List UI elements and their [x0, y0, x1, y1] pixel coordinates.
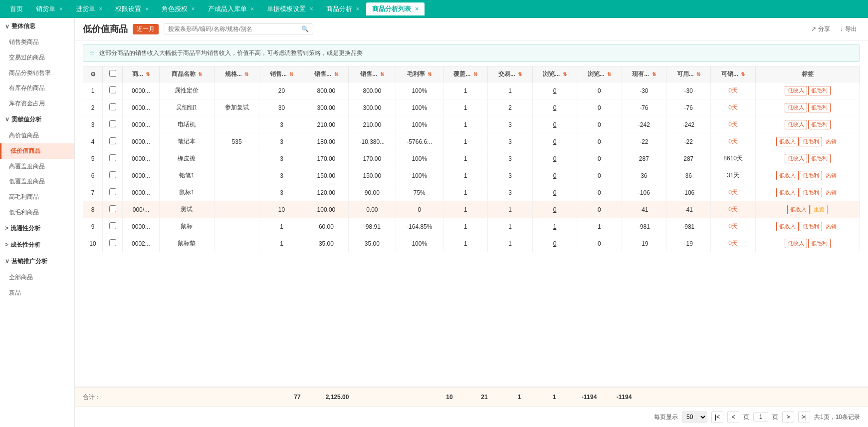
row-checkbox[interactable] [103, 184, 123, 201]
days-cell: 0天 [711, 201, 755, 218]
col-coverage[interactable]: 覆盖... ⇅ [443, 66, 487, 82]
col-sales3[interactable]: 销售... ⇅ [349, 66, 396, 82]
search-icon[interactable]: 🔍 [301, 25, 309, 32]
page-label: 页 [743, 413, 749, 422]
export-button[interactable]: ↓ 导出 [837, 23, 860, 35]
col-sellable[interactable]: 可销... ⇅ [711, 66, 755, 82]
tag-label: 低收入 [785, 86, 807, 95]
row-current: 36 [622, 167, 666, 184]
nav-sales[interactable]: 销货单 × [30, 2, 69, 15]
row-code: 0000... [123, 167, 160, 184]
date-badge[interactable]: 近一月 [133, 24, 159, 34]
nav-product-storage[interactable]: 产成品入库单 × [202, 2, 260, 15]
row-name: 电话机 [159, 116, 214, 133]
row-tags: 低收入低毛利 [755, 150, 860, 167]
nav-permission[interactable]: 权限设置 × [109, 2, 155, 15]
nav-analysis-list[interactable]: 商品分析列表 × [366, 2, 425, 15]
row-num: 1 [83, 82, 103, 99]
row-s3: 0.00 [349, 201, 396, 218]
row-checkbox[interactable] [103, 235, 123, 252]
last-page-btn[interactable]: >| [798, 411, 810, 423]
browse1-link[interactable]: 0 [553, 189, 557, 196]
browse1-link[interactable]: 0 [553, 121, 557, 128]
browse1-link[interactable]: 0 [553, 138, 557, 145]
col-checkbox[interactable] [103, 66, 123, 82]
row-checkbox[interactable] [103, 201, 123, 218]
row-checkbox[interactable] [103, 218, 123, 235]
nav-analysis[interactable]: 商品分析 × [320, 2, 366, 15]
share-button[interactable]: ↗ 分享 [808, 23, 833, 35]
days-cell: 0天 [711, 218, 755, 235]
row-s1: 1 [259, 235, 304, 252]
tag-label: 低收入 [785, 120, 807, 129]
sidebar-item-stock-products[interactable]: 有库存的商品 [0, 80, 74, 96]
row-name: 鼠标1 [159, 184, 214, 201]
next-page-btn[interactable]: > [782, 411, 794, 423]
sidebar-item-traded-products[interactable]: 交易过的商品 [0, 50, 74, 65]
sidebar-item-new-products[interactable]: 新品 [0, 285, 74, 301]
sidebar-group-flow[interactable]: > 流通性分析 [0, 220, 74, 237]
row-current: -22 [622, 133, 666, 150]
page-number-input[interactable] [753, 412, 768, 422]
sidebar-group-marketing[interactable]: ∨ 营销推广分析 [0, 253, 74, 270]
sidebar-item-sales-products[interactable]: 销售类商品 [0, 34, 74, 50]
first-page-btn[interactable]: |< [711, 411, 723, 423]
browse1-link[interactable]: 0 [553, 87, 557, 94]
row-checkbox[interactable] [103, 133, 123, 150]
nav-template[interactable]: 单据模板设置 × [261, 2, 319, 15]
sidebar-group-overall[interactable]: ∨ 整体信息 [0, 18, 74, 34]
row-trade: 2 [488, 99, 532, 116]
row-code: 000/... [123, 201, 160, 218]
table-row: 5 0000... 橡皮擦 3 170.00 170.00 100% 1 3 0… [83, 150, 860, 167]
col-browse1[interactable]: 浏览... ⇅ [532, 66, 577, 82]
sidebar-item-category-sales[interactable]: 商品分类销售率 [0, 65, 74, 81]
nav-purchase[interactable]: 进货单 × [70, 2, 109, 15]
browse1-link[interactable]: 1 [553, 223, 557, 230]
col-settings[interactable]: ⚙ [83, 66, 103, 82]
col-trade[interactable]: 交易... ⇅ [488, 66, 532, 82]
sidebar-group-growth[interactable]: > 成长性分析 [0, 237, 74, 253]
sidebar-item-all-products[interactable]: 全部商品 [0, 270, 74, 285]
sidebar-item-low-margin[interactable]: 低毛利商品 [0, 205, 74, 220]
table-row: 3 0000... 电话机 3 210.00 210.00 100% 1 3 0… [83, 116, 860, 133]
browse1-cell: 0 [532, 184, 577, 201]
row-checkbox[interactable] [103, 99, 123, 116]
col-sales1[interactable]: 销售... ⇅ [259, 66, 304, 82]
row-code: 0000... [123, 218, 160, 235]
col-sales2[interactable]: 销售... ⇅ [304, 66, 348, 82]
table-row: 1 0000... 属性定价 20 800.00 800.00 100% 1 1… [83, 82, 860, 99]
browse1-link[interactable]: 0 [553, 104, 557, 111]
per-page-select[interactable]: 50 100 200 [682, 412, 707, 423]
pagination: 每页显示 50 100 200 |< < 页 页 > >| 共1页，10条记录 [75, 407, 868, 427]
row-checkbox[interactable] [103, 150, 123, 167]
row-s2: 800.00 [304, 82, 348, 99]
row-tags: 低收入低毛利 [755, 99, 860, 116]
sidebar-item-high-margin[interactable]: 高毛利商品 [0, 189, 74, 205]
browse1-link[interactable]: 0 [553, 240, 557, 247]
col-browse2[interactable]: 浏览... ⇅ [577, 66, 622, 82]
row-checkbox[interactable] [103, 116, 123, 133]
col-margin[interactable]: 毛利率 ⇅ [396, 66, 443, 82]
browse1-link[interactable]: 0 [553, 172, 557, 179]
sidebar-item-high-value[interactable]: 高价值商品 [0, 128, 74, 143]
browse1-link[interactable]: 0 [553, 206, 557, 213]
tag-label: 低收入 [776, 188, 799, 197]
sidebar-item-capital[interactable]: 库存资金占用 [0, 96, 74, 111]
row-browse2: 0 [577, 150, 622, 167]
browse1-link[interactable]: 0 [553, 155, 557, 162]
col-name[interactable]: 商品名称 ⇅ [159, 66, 214, 82]
sidebar-item-high-coverage[interactable]: 高覆盖度商品 [0, 159, 74, 174]
col-current[interactable]: 现有... ⇅ [622, 66, 666, 82]
row-checkbox[interactable] [103, 167, 123, 184]
search-input[interactable] [168, 25, 299, 32]
nav-role[interactable]: 角色授权 × [156, 2, 201, 15]
sidebar-item-low-coverage[interactable]: 低覆盖度商品 [0, 174, 74, 189]
col-spec[interactable]: 规格... ⇅ [214, 66, 259, 82]
sidebar-item-low-value[interactable]: 低价值商品 [0, 143, 74, 159]
prev-page-btn[interactable]: < [727, 411, 739, 423]
col-available[interactable]: 可用... ⇅ [666, 66, 711, 82]
nav-home[interactable]: 首页 [4, 2, 29, 15]
sidebar-group-contribution[interactable]: ∨ 贡献值分析 [0, 111, 74, 128]
row-checkbox[interactable] [103, 82, 123, 99]
col-code[interactable]: 商... ⇅ [123, 66, 160, 82]
